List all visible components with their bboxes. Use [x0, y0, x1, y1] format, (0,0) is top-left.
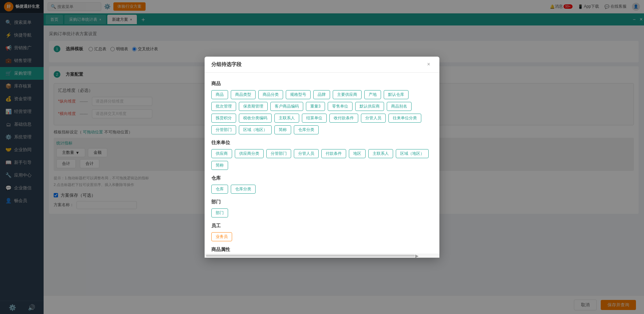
field-chip-short-name[interactable]: 简称	[274, 125, 291, 134]
field-chip-weight[interactable]: 重量3	[306, 102, 325, 111]
field-chip-warehouse[interactable]: 仓库	[211, 185, 228, 194]
dialog-close-button[interactable]: ×	[425, 60, 433, 68]
field-chip-dept[interactable]: 部门	[211, 208, 228, 217]
field-grid-product: 商品 商品类型 商品分类 规格型号 品牌 主要供应商 产地 默认仓库 批次管理 …	[211, 90, 433, 134]
field-chip-supplier[interactable]: 供应商	[211, 149, 232, 158]
field-chip-partner-dept[interactable]: 分管部门	[266, 149, 291, 158]
field-chip-settle-unit[interactable]: 结算单位	[302, 114, 327, 123]
field-chip-default-wh[interactable]: 默认仓库	[384, 90, 409, 99]
field-grid-staff: 业务员	[211, 232, 433, 241]
field-chip-alias[interactable]: 商品别名	[387, 102, 412, 111]
section-title-product: 商品	[211, 81, 433, 87]
field-chip-partner-short[interactable]: 简称	[211, 161, 228, 170]
section-title-attr: 商品属性	[211, 247, 433, 253]
field-chip-supervisor[interactable]: 分管人员	[361, 114, 386, 123]
field-chip-retail-unit[interactable]: 零售单位	[328, 102, 353, 111]
field-chip-main-contact[interactable]: 主联系人	[274, 114, 299, 123]
field-chip-region[interactable]: 区域（地区）	[239, 125, 272, 134]
field-chip-product-type[interactable]: 商品类型	[231, 90, 256, 99]
field-chip-dept-mgr[interactable]: 分管部门	[211, 125, 236, 134]
field-chip-area[interactable]: 地区	[349, 149, 366, 158]
field-chip-supplier-cat[interactable]: 供应商分类	[235, 149, 264, 158]
field-chip-brand[interactable]: 品牌	[313, 90, 330, 99]
field-grid-warehouse: 仓库 仓库分类	[211, 185, 433, 194]
hscroll-right-arrow[interactable]: ▶	[415, 254, 419, 258]
field-chip-pick-score[interactable]: 拣货积分	[211, 114, 236, 123]
field-chip-salesman[interactable]: 业务员	[211, 232, 232, 241]
field-chip-shelf-life[interactable]: 保质期管理	[239, 102, 268, 111]
field-grid-partner: 供应商 供应商分类 分管部门 分管人员 付款条件 地区 主联系人 区域（地区） …	[211, 149, 433, 170]
section-title-staff: 员工	[211, 223, 433, 229]
section-title-partner: 往来单位	[211, 140, 433, 146]
field-chip-tax-code[interactable]: 税收分类编码	[239, 114, 272, 123]
field-chip-payment-terms[interactable]: 收付款条件	[329, 114, 358, 123]
dialog-header: 分组待选字段 ×	[205, 57, 439, 73]
field-chip-customer-code[interactable]: 客户商品编码	[270, 102, 303, 111]
field-chip-partner-contact[interactable]: 主联系人	[368, 149, 393, 158]
field-chip-partner-cat[interactable]: 往来单位分类	[388, 114, 421, 123]
field-chip-origin[interactable]: 产地	[364, 90, 381, 99]
section-title-warehouse: 仓库	[211, 175, 433, 181]
overlay: 分组待选字段 × 商品 商品 商品类型 商品分类 规格型号 品牌 主要供应商 产…	[0, 0, 644, 314]
field-chip-batch[interactable]: 批次管理	[211, 102, 236, 111]
dialog-body[interactable]: 商品 商品 商品类型 商品分类 规格型号 品牌 主要供应商 产地 默认仓库 批次…	[205, 73, 439, 254]
field-chip-spec[interactable]: 规格型号	[286, 90, 311, 99]
field-chip-warehouse-cat[interactable]: 仓库分类	[231, 185, 256, 194]
field-chip-wh-cat[interactable]: 仓库分类	[294, 125, 319, 134]
field-chip-partner-person[interactable]: 分管人员	[294, 149, 319, 158]
field-chip-default-supplier[interactable]: 默认供应商	[355, 102, 384, 111]
field-chip-payment-cond[interactable]: 付款条件	[321, 149, 346, 158]
field-select-dialog: 分组待选字段 × 商品 商品 商品类型 商品分类 规格型号 品牌 主要供应商 产…	[205, 57, 439, 258]
field-grid-dept: 部门	[211, 208, 433, 217]
hscroll-thumb	[206, 255, 415, 257]
field-chip-main-supplier[interactable]: 主要供应商	[333, 90, 362, 99]
field-chip-partner-region[interactable]: 区域（地区）	[396, 149, 429, 158]
field-chip-product[interactable]: 商品	[211, 90, 228, 99]
dialog-hscroll[interactable]: ▶	[205, 254, 439, 258]
dialog-title: 分组待选字段	[211, 61, 241, 68]
field-chip-product-category[interactable]: 商品分类	[258, 90, 283, 99]
section-title-dept: 部门	[211, 199, 433, 205]
